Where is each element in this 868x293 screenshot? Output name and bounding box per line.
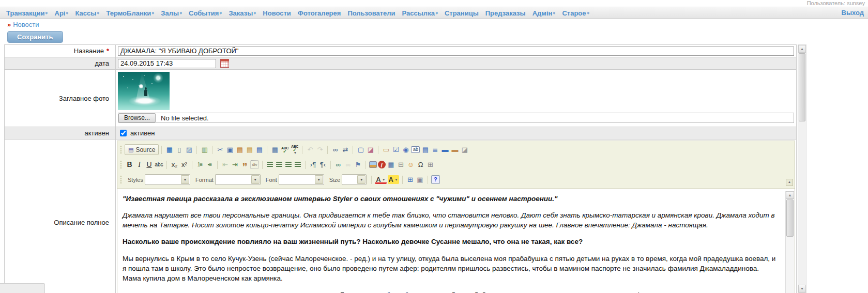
textarea-icon[interactable]: ▤ xyxy=(421,145,430,154)
browse-button[interactable]: Browse... xyxy=(118,113,156,122)
flash-icon[interactable]: f xyxy=(378,161,386,168)
anchor-icon[interactable]: ⚑ xyxy=(354,160,362,169)
ltr-icon[interactable]: ›¶ xyxy=(309,160,317,169)
select-all-icon[interactable]: ▢ xyxy=(356,145,365,154)
templates-icon[interactable]: ▥ xyxy=(200,145,209,154)
preview-icon[interactable]: ▨ xyxy=(185,145,193,154)
special-char-icon[interactable]: Ω xyxy=(416,160,425,169)
align-right-icon[interactable] xyxy=(285,162,292,167)
smiley-icon[interactable]: ☺ xyxy=(406,160,415,169)
status-tooltip xyxy=(0,283,45,293)
nav-item-4[interactable]: Залы» xyxy=(161,9,182,17)
paste-text-icon[interactable]: ▤ xyxy=(245,145,254,154)
title-label: Название * xyxy=(5,45,116,57)
editor-scrollbar[interactable]: ▲ xyxy=(785,191,794,293)
scayt-icon[interactable]: ABC✓▼ xyxy=(290,145,299,154)
text-field-icon[interactable]: ab xyxy=(411,146,420,153)
dropdown-chevron-icon: » xyxy=(175,12,186,14)
source-button[interactable]: ▤Source xyxy=(125,144,159,155)
nav-item-11[interactable]: Страницы xyxy=(445,9,479,17)
select-field-icon[interactable]: ≣ xyxy=(431,145,439,154)
rtl-icon[interactable]: ¶‹ xyxy=(318,160,327,169)
title-row: Название * xyxy=(5,45,796,57)
show-blocks-icon[interactable]: ▣ xyxy=(416,175,424,184)
remove-format-icon[interactable]: ◪ xyxy=(366,145,375,154)
title-input[interactable] xyxy=(118,47,794,56)
page-scroll-down-icon[interactable]: ▼ xyxy=(798,285,806,292)
photo-label: Заглавное фото xyxy=(5,70,116,127)
thumbnail-figure xyxy=(144,89,147,96)
spellcheck-icon[interactable]: ABC✓ xyxy=(280,145,289,154)
italic-icon[interactable]: I xyxy=(135,160,144,169)
nav-item-0[interactable]: Транзакции» xyxy=(6,9,48,17)
table-icon[interactable]: ▦ xyxy=(387,160,395,169)
image-button-icon[interactable]: ▬ xyxy=(450,145,459,154)
cut-icon[interactable]: ✂ xyxy=(216,145,224,154)
text-color-icon[interactable]: A▼ xyxy=(375,175,386,184)
size-select[interactable]: ▼ xyxy=(342,174,367,185)
nav-item-14[interactable]: Старое» xyxy=(562,9,589,17)
styles-select[interactable]: ▼ xyxy=(145,174,190,185)
checkbox-icon[interactable]: ☑ xyxy=(391,145,400,154)
numbered-list-icon[interactable]: 1≡ xyxy=(195,160,204,169)
editor-scroll-thumb[interactable] xyxy=(786,199,794,237)
align-center-icon[interactable] xyxy=(276,162,282,167)
editor-content[interactable]: "Известная певица рассказала в эксклюзив… xyxy=(117,189,795,293)
print-icon[interactable]: ▦ xyxy=(270,145,279,154)
page-scroll-up-icon[interactable]: ▲ xyxy=(798,45,806,53)
save-button[interactable]: Сохранить xyxy=(7,31,63,43)
nav-item-3[interactable]: ТермоБланки» xyxy=(106,9,154,17)
div-icon[interactable]: div xyxy=(250,160,259,169)
align-left-icon[interactable] xyxy=(267,162,273,167)
bulleted-list-icon[interactable]: •≡ xyxy=(205,160,214,169)
nav-item-1[interactable]: Api» xyxy=(55,9,69,17)
editor-scroll-up-icon[interactable]: ▲ xyxy=(786,191,794,199)
date-input[interactable] xyxy=(118,59,216,68)
paste-word-icon[interactable]: ▤ xyxy=(255,145,264,154)
blockquote-icon[interactable]: ” xyxy=(240,160,249,169)
strike-icon[interactable]: abc xyxy=(155,160,163,169)
page-scrollbar[interactable]: ▲ ▼ xyxy=(798,44,806,293)
subscript-icon[interactable]: x₂ xyxy=(170,160,179,169)
nav-item-7[interactable]: Новости xyxy=(263,9,291,17)
radio-icon[interactable]: ◉ xyxy=(401,145,410,154)
hidden-field-icon[interactable]: ◪ xyxy=(460,145,469,154)
nav-item-9[interactable]: Пользователи xyxy=(347,9,395,17)
replace-icon[interactable]: ⇄ xyxy=(341,145,349,154)
copy-icon[interactable]: ▣ xyxy=(225,145,234,154)
maximize-icon[interactable]: ⊞ xyxy=(406,175,415,184)
no-file-text: No file selected. xyxy=(161,114,209,122)
breadcrumb-link[interactable]: Новости xyxy=(13,21,39,28)
format-select[interactable]: ▼ xyxy=(215,174,261,185)
nav-item-13[interactable]: Адмін» xyxy=(532,9,556,17)
page-break-icon[interactable]: ⊞ xyxy=(426,160,435,169)
about-icon[interactable]: ? xyxy=(431,175,440,184)
nav-item-5[interactable]: События» xyxy=(189,9,222,17)
calendar-icon[interactable] xyxy=(220,59,229,68)
font-select[interactable]: ▼ xyxy=(279,174,324,185)
form-icon[interactable]: ▭ xyxy=(382,145,390,154)
underline-icon[interactable]: U xyxy=(145,160,154,169)
page-scroll-thumb[interactable] xyxy=(799,53,805,121)
paste-icon[interactable]: ▤ xyxy=(235,145,244,154)
active-checkbox[interactable] xyxy=(120,130,127,136)
align-justify-icon[interactable] xyxy=(295,162,301,167)
nav-item-8[interactable]: Фотогалерея xyxy=(298,9,341,17)
bold-icon[interactable]: B xyxy=(125,160,134,169)
superscript-icon[interactable]: x² xyxy=(180,160,189,169)
new-page-icon[interactable]: ▯ xyxy=(175,145,184,154)
bg-color-icon[interactable]: A▼ xyxy=(388,175,399,184)
nav-item-2[interactable]: Кассы» xyxy=(75,9,99,17)
image-icon[interactable] xyxy=(369,161,377,168)
nav-item-10[interactable]: Рассылка» xyxy=(402,9,438,17)
logout-link[interactable]: Выход xyxy=(842,7,864,18)
toolbar-collapse-button[interactable]: ▲ xyxy=(786,179,793,186)
link-icon[interactable]: ∞ xyxy=(334,160,343,169)
find-icon[interactable]: ∞ xyxy=(331,145,340,154)
save-icon[interactable]: ▦ xyxy=(165,145,174,154)
indent-icon[interactable]: ⇥ xyxy=(231,160,239,169)
button-icon[interactable]: ▬ xyxy=(440,145,449,154)
nav-item-12[interactable]: Предзаказы xyxy=(485,9,526,17)
nav-item-6[interactable]: Заказы» xyxy=(229,9,256,17)
horizontal-rule-icon[interactable]: ⊟ xyxy=(397,160,405,169)
